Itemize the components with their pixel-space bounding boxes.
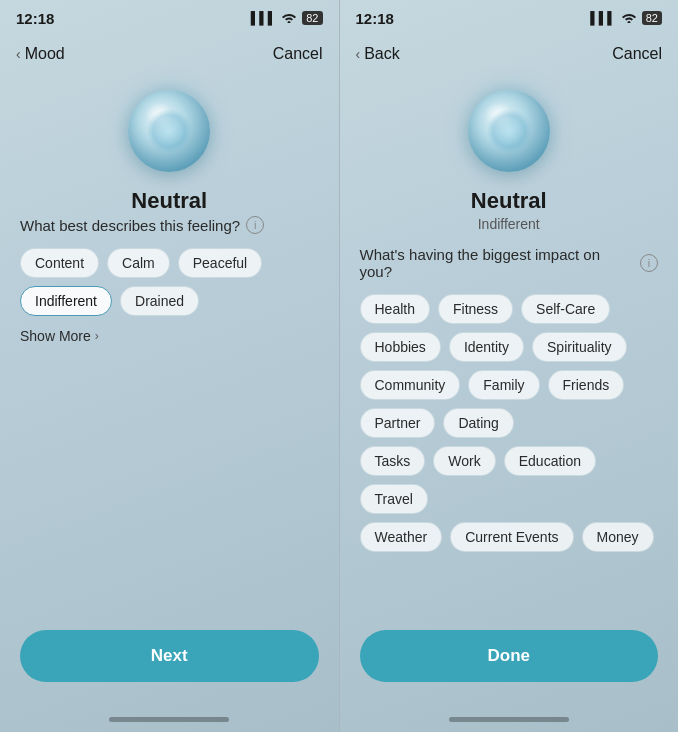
mood-orb-left <box>128 90 210 172</box>
signal-icon: ▌▌▌ <box>251 11 277 25</box>
content-left: Neutral What best describes this feeling… <box>0 76 339 620</box>
tag-money[interactable]: Money <box>582 522 654 552</box>
tag-indifferent[interactable]: Indifferent <box>20 286 112 316</box>
tags-scroll-right: Health Fitness Self-Care Hobbies Identit… <box>360 294 659 552</box>
mood-orb-right <box>468 90 550 172</box>
nav-bar-right: ‹ Back Cancel <box>340 32 679 76</box>
home-bar-right <box>449 717 569 722</box>
wifi-icon <box>281 11 297 26</box>
tag-peaceful[interactable]: Peaceful <box>178 248 262 278</box>
bottom-btn-area-right: Done <box>340 620 679 712</box>
back-label-left: Mood <box>25 45 65 63</box>
status-time-right: 12:18 <box>356 10 394 27</box>
status-bar-right: 12:18 ▌▌▌ 82 <box>340 0 679 32</box>
tag-row-3: Community Family Friends <box>360 370 659 400</box>
orb-right <box>464 86 554 176</box>
show-more-chevron-icon: › <box>95 329 99 343</box>
tag-row-6: Weather Current Events Money <box>360 522 659 552</box>
cancel-button-left[interactable]: Cancel <box>273 45 323 63</box>
tag-fitness[interactable]: Fitness <box>438 294 513 324</box>
tag-identity[interactable]: Identity <box>449 332 524 362</box>
info-icon-right[interactable]: i <box>640 254 658 272</box>
tag-calm[interactable]: Calm <box>107 248 170 278</box>
orb-inner-right <box>486 109 531 154</box>
mood-subtitle-right: Indifferent <box>478 216 540 232</box>
show-more-label: Show More <box>20 328 91 344</box>
tag-community[interactable]: Community <box>360 370 461 400</box>
battery-icon-right: 82 <box>642 11 662 25</box>
signal-icon-right: ▌▌▌ <box>590 11 616 25</box>
tag-work[interactable]: Work <box>433 446 495 476</box>
tag-drained[interactable]: Drained <box>120 286 199 316</box>
section-question-left: What best describes this feeling? <box>20 217 240 234</box>
nav-bar-left: ‹ Mood Cancel <box>0 32 339 76</box>
tag-row-5: Tasks Work Education Travel <box>360 446 659 514</box>
tag-weather[interactable]: Weather <box>360 522 443 552</box>
mood-title-right: Neutral <box>471 188 547 214</box>
status-time-left: 12:18 <box>16 10 54 27</box>
home-bar-left <box>109 717 229 722</box>
tag-health[interactable]: Health <box>360 294 430 324</box>
tag-dating[interactable]: Dating <box>443 408 513 438</box>
section-question-right: What's having the biggest impact on you? <box>360 246 635 280</box>
back-button-left[interactable]: ‹ Mood <box>16 45 65 63</box>
status-icons-right: ▌▌▌ 82 <box>590 11 662 26</box>
status-icons-left: ▌▌▌ 82 <box>251 11 323 26</box>
done-button[interactable]: Done <box>360 630 659 682</box>
mood-title-left: Neutral <box>131 188 207 214</box>
home-indicator-left <box>0 712 339 732</box>
home-indicator-right <box>340 712 679 732</box>
status-bar-left: 12:18 ▌▌▌ 82 <box>0 0 339 32</box>
orb-left <box>124 86 214 176</box>
tag-family[interactable]: Family <box>468 370 539 400</box>
chevron-left-icon: ‹ <box>16 46 21 62</box>
tag-hobbies[interactable]: Hobbies <box>360 332 441 362</box>
wifi-icon-right <box>621 11 637 26</box>
tag-row-1: Health Fitness Self-Care <box>360 294 659 324</box>
battery-icon-left: 82 <box>302 11 322 25</box>
tags-area-left: Content Calm Peaceful Indifferent Draine… <box>20 248 319 316</box>
info-icon-left[interactable]: i <box>246 216 264 234</box>
back-button-right[interactable]: ‹ Back <box>356 45 400 63</box>
content-right: Neutral Indifferent What's having the bi… <box>340 76 679 620</box>
tag-self-care[interactable]: Self-Care <box>521 294 610 324</box>
tag-friends[interactable]: Friends <box>548 370 625 400</box>
bottom-btn-area-left: Next <box>0 620 339 712</box>
right-phone-screen: 12:18 ▌▌▌ 82 ‹ Back Cancel Neutral Indif… <box>340 0 679 732</box>
cancel-button-right[interactable]: Cancel <box>612 45 662 63</box>
next-button[interactable]: Next <box>20 630 319 682</box>
orb-inner-left <box>147 109 192 154</box>
left-phone-screen: 12:18 ▌▌▌ 82 ‹ Mood Cancel Neutral What … <box>0 0 339 732</box>
tag-current-events[interactable]: Current Events <box>450 522 573 552</box>
tag-travel[interactable]: Travel <box>360 484 428 514</box>
tag-partner[interactable]: Partner <box>360 408 436 438</box>
show-more-button[interactable]: Show More › <box>20 328 99 344</box>
chevron-left-icon-right: ‹ <box>356 46 361 62</box>
tag-tasks[interactable]: Tasks <box>360 446 426 476</box>
tag-education[interactable]: Education <box>504 446 596 476</box>
tag-content[interactable]: Content <box>20 248 99 278</box>
section-header-right: What's having the biggest impact on you?… <box>360 246 659 280</box>
tag-row-4: Partner Dating <box>360 408 659 438</box>
tag-row-2: Hobbies Identity Spirituality <box>360 332 659 362</box>
tag-spirituality[interactable]: Spirituality <box>532 332 627 362</box>
section-header-left: What best describes this feeling? i <box>20 216 319 234</box>
back-label-right: Back <box>364 45 400 63</box>
